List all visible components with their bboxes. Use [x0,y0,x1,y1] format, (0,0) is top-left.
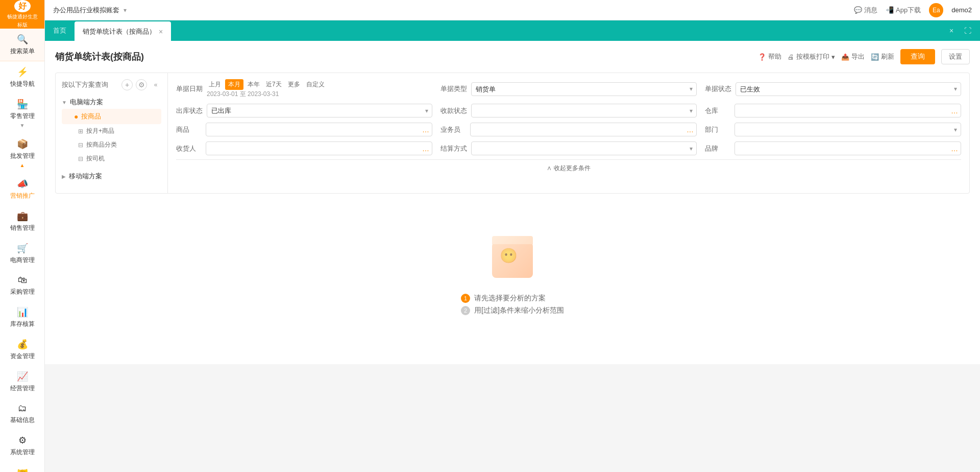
tab-maximize-btn[interactable]: ⛶ [962,25,974,37]
date-tab-more[interactable]: 更多 [286,79,302,90]
sidebar-item-retail[interactable]: 🏪 零售管理 ▼ [0,93,45,133]
scheme-group-desktop-title[interactable]: ▼ 电脑端方案 [62,96,161,109]
help-icon: ❓ [758,53,766,61]
salesperson-input[interactable] [470,123,697,136]
department-select-wrapper [734,123,961,136]
print-btn[interactable]: 🖨 按模板打印 ▾ [788,52,835,61]
add-scheme-btn[interactable]: + [121,79,133,90]
sidebar-item-basic[interactable]: 🗂 基础信息 [0,398,45,430]
sidebar-item-sales[interactable]: 💼 销售管理 [0,205,45,238]
doc-type-select[interactable]: 销货单 [471,82,697,96]
collapse-icon: « [154,81,158,88]
sidebar-item-quicknav[interactable]: ⚡ 快捷导航 [0,61,45,93]
doc-status-select[interactable]: 已生效 [736,82,961,96]
goods-input[interactable] [206,123,432,136]
company-name: 办公用品行业模拟账套 [53,6,119,15]
goods-dots-btn[interactable]: … [422,126,429,134]
receiver-dots-btn[interactable]: … [422,145,429,153]
group-mobile-label: 移动端方案 [69,172,102,181]
scheme-group-desktop: ▼ 电脑端方案 ● 按商品 ⊞ 按月+商品 [62,96,161,166]
print-icon: 🖨 [788,53,794,61]
sidebar-item-system[interactable]: ⚙ 系统管理 [0,430,45,462]
home-label: 首页 [53,26,66,35]
export-btn[interactable]: 📤 导出 [841,52,865,61]
date-tab-7days[interactable]: 近7天 [264,79,284,90]
department-select[interactable] [734,123,961,136]
date-tab-last-month[interactable]: 上月 [207,79,223,90]
tab-active[interactable]: 销货单统计表（按商品） × [75,21,171,42]
settings-button[interactable]: 设置 [941,49,970,64]
department-label: 部门 [705,125,730,134]
refresh-btn[interactable]: 🔄 刷新 [871,52,894,61]
page-actions: ❓ 帮助 🖨 按模板打印 ▾ 📤 导出 🔄 刷新 [758,49,970,64]
brand-dots-btn[interactable]: … [951,145,958,153]
settings-scheme-btn[interactable]: ⚙ [136,79,147,90]
help-label: 帮助 [768,52,781,61]
scheme-item-by-month-goods[interactable]: ⊞ 按月+商品 [62,124,161,138]
tab-home[interactable]: 首页 [45,20,75,41]
collapse-scheme-btn[interactable]: « [150,79,161,90]
ecommerce-icon: 🛒 [17,243,28,254]
date-control: 上月 本月 本年 近7天 更多 自定义 2023-03-01 至 2023-03… [207,79,432,99]
filter-field-brand: 品牌 … [705,141,961,155]
sidebar-item-wholesale[interactable]: 📦 批发管理 ▲ [0,133,45,173]
page-title: 销货单统计表(按商品) [55,51,144,63]
date-tab-custom[interactable]: 自定义 [304,79,327,90]
help-btn[interactable]: ❓ 帮助 [758,52,781,61]
date-tabs: 上月 本月 本年 近7天 更多 自定义 [207,79,432,90]
sidebar-item-search[interactable]: 🔍 搜索菜单 [0,29,45,61]
query-button[interactable]: 查询 [900,49,935,64]
sidebar-item-operation[interactable]: 📈 经营管理 [0,366,45,398]
tab-minimize-btn[interactable]: × [945,25,958,37]
quicknav-icon: ⚡ [17,66,28,78]
doc-type-label: 单据类型 [440,84,467,93]
user-name: demo2 [951,6,972,14]
add-icon: + [125,81,129,89]
warehouse-dots-btn[interactable]: … [951,107,958,115]
app-logo: 好 畅捷通好生意 标版 [0,0,45,29]
refresh-icon: 🔄 [871,53,879,61]
settlement-select[interactable] [471,141,697,155]
sidebar-item-marketing-label: 营销推广 [10,192,35,200]
out-status-select[interactable]: 已出库 [207,104,432,117]
scheme-item-by-driver[interactable]: ⊟ 按司机 [62,152,161,166]
header-right: 💬 消息 📲 App下载 Ea demo2 [854,3,972,17]
out-status-select-wrapper: 已出库 [207,104,432,117]
company-dropdown-icon[interactable]: ▾ [124,7,127,14]
filter-field-salesperson: 业务员 … [440,123,697,136]
tab-close-icon[interactable]: × [159,28,163,36]
message-btn[interactable]: 💬 消息 [854,6,877,15]
filter-field-date: 单据日期 上月 本月 本年 近7天 更多 自定义 [176,79,432,99]
scheme-item-by-goods[interactable]: ● 按商品 [62,109,161,124]
scheme-item-by-category[interactable]: ⊟ 按商品分类 [62,138,161,152]
date-label: 单据日期 [176,84,203,93]
sidebar-item-marketing[interactable]: 📣 营销推广 [0,173,45,205]
retail-expand-icon: ▼ [20,123,25,128]
salesperson-dots-btn[interactable]: … [687,126,694,134]
empty-state: 😶 1 请先选择要分析的方案 2 用[过滤]条件来缩小分析范围 [55,194,970,356]
receiver-input[interactable] [206,141,432,155]
sidebar-item-ecommerce-label: 电商管理 [10,256,35,265]
scheme-group-mobile-title[interactable]: ▶ 移动端方案 [62,170,161,183]
goods-label: 商品 [176,125,202,134]
date-tab-this-year[interactable]: 本年 [246,79,262,90]
sidebar-item-system-label: 系统管理 [10,448,35,457]
sidebar-item-enterprise[interactable]: 🤝 企业协同 [0,462,45,472]
sidebar-item-finance[interactable]: 💰 资金管理 [0,334,45,366]
sidebar-item-purchase[interactable]: 🛍 采购管理 [0,270,45,301]
payment-status-select[interactable] [471,104,697,117]
brand-input[interactable] [734,141,961,155]
warehouse-input[interactable] [734,104,961,117]
page-title-row: 销货单统计表(按商品) ❓ 帮助 🖨 按模板打印 ▾ 📤 导出 [55,49,970,64]
sidebar-item-ecommerce[interactable]: 🛒 电商管理 [0,238,45,270]
filter-left-actions: + ⚙ « [121,79,161,90]
date-tab-this-month[interactable]: 本月 [225,79,243,90]
collapse-more-btn[interactable]: ∧ 收起更多条件 [176,159,961,177]
sidebar-item-inventory-label: 库存核算 [10,320,35,328]
mobile-group-arrow: ▶ [62,174,66,179]
app-download-btn[interactable]: 📲 App下载 [886,6,921,15]
avatar[interactable]: Ea [929,3,943,17]
filter-area: 按以下方案查询 + ⚙ « [55,73,970,194]
tab-bar: 首页 销货单统计表（按商品） × × ⛶ [45,20,980,41]
sidebar-item-inventory[interactable]: 📊 库存核算 [0,301,45,334]
